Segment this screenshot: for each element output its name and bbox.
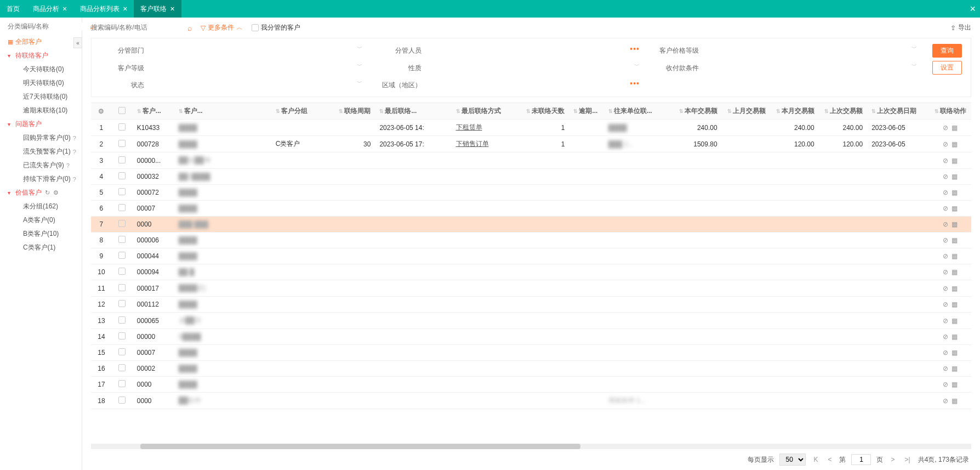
qr-icon[interactable]: ▦ [951,220,958,228]
contact-icon[interactable]: ⊘ [943,333,948,341]
page-input[interactable] [851,454,871,465]
tab[interactable]: 商品分析列表× [73,0,134,18]
table-row[interactable]: 1600002████⊘▦ [91,361,971,377]
contact-icon[interactable]: ⊘ [943,220,948,228]
table-row[interactable]: 13000065乡██诗⊘▦ [91,313,971,329]
contact-icon[interactable]: ⊘ [943,317,948,325]
column-header[interactable]: ⇅上月交易额 [722,103,771,120]
help-icon[interactable]: ? [73,135,76,141]
close-icon[interactable]: × [170,5,174,13]
row-checkbox[interactable] [118,252,126,259]
row-checkbox[interactable] [118,268,126,275]
table-row[interactable]: 10000094██ █⊘▦ [91,264,971,280]
contact-icon[interactable]: ⊘ [943,157,948,165]
tab[interactable]: 首页 [0,0,26,18]
filter-person[interactable]: ••• [428,44,642,56]
filter-nature[interactable]: ﹀ [428,62,642,74]
contact-icon[interactable]: ⊘ [943,140,948,148]
contact-icon[interactable]: ⊘ [943,124,948,132]
row-checkbox[interactable] [118,348,126,355]
row-checkbox[interactable] [118,284,126,291]
last-page-button[interactable]: >| [903,456,913,463]
close-icon[interactable]: × [123,5,127,13]
column-header[interactable]: ⇅最后联络方式 [452,103,514,120]
contact-icon[interactable]: ⊘ [943,205,948,212]
column-header[interactable]: ⇅未联络天数 [514,103,569,120]
tree-category[interactable]: ▾价值客户↻⚙ [0,186,82,200]
row-checkbox[interactable] [118,380,126,387]
table-row[interactable]: 4000032██2████⊘▦ [91,169,971,185]
tree-item[interactable]: 回购异常客户(0)? [0,131,82,145]
tree-category[interactable]: ▾问题客户 [0,117,82,131]
filter-status[interactable]: ﹀ [151,79,364,91]
contact-icon[interactable]: ⊘ [943,252,948,260]
filter-price-level[interactable]: ﹀ [705,44,919,56]
qr-icon[interactable]: ▦ [951,205,958,212]
tree-category[interactable]: ▾待联络客户 [0,49,82,63]
column-header[interactable]: ⇅逾期... [569,103,603,120]
qr-icon[interactable]: ▦ [951,236,958,244]
close-icon[interactable]: × [62,5,67,13]
contact-icon[interactable]: ⊘ [943,349,948,356]
table-row[interactable]: 5000072████⊘▦ [91,185,971,201]
filter-cust-level[interactable]: ﹀ [151,62,364,74]
qr-icon[interactable]: ▦ [951,301,958,308]
qr-icon[interactable]: ▦ [951,189,958,196]
table-row[interactable]: 70000███ ███⊘▦ [91,217,971,233]
gear-icon[interactable]: ⚙ [98,107,104,115]
column-header[interactable]: ⇅客户... [133,103,174,120]
collapse-sidebar-button[interactable]: « [73,37,82,48]
column-header[interactable]: ⇅本年交易额 [666,103,721,120]
qr-icon[interactable]: ▦ [951,157,958,165]
table-container[interactable]: ⚙⇅客户...⇅客户...⇅客户分组⇅联络周期⇅最后联络...⇅最后联络方式⇅未… [91,103,971,444]
row-checkbox[interactable] [118,397,126,404]
contact-icon[interactable]: ⊘ [943,285,948,292]
row-checkbox[interactable] [118,140,126,147]
qr-icon[interactable]: ▦ [951,173,958,180]
row-checkbox[interactable] [118,123,126,131]
close-all-icon[interactable]: × [970,3,976,15]
tab[interactable]: 商品分析× [26,0,73,18]
prev-page-button[interactable]: < [825,456,834,463]
help-icon[interactable]: ? [73,149,76,155]
sidebar-search-input[interactable] [8,22,90,30]
first-page-button[interactable]: K [811,456,820,463]
tree-item[interactable]: 明天待联络(0) [0,76,82,90]
row-checkbox[interactable] [118,300,126,307]
tree-item[interactable]: 未分组(162) [0,200,82,213]
qr-icon[interactable]: ▦ [951,268,958,276]
row-checkbox[interactable] [118,332,126,339]
table-row[interactable]: 170000████⊘▦ [91,377,971,393]
tree-item[interactable]: B类客户(10) [0,227,82,241]
column-header[interactable]: ⇅联络周期 [327,103,375,120]
contact-icon[interactable]: ⊘ [943,173,948,180]
tree-item[interactable]: A类客户(0) [0,213,82,227]
horizontal-scrollbar[interactable] [91,444,971,449]
contact-icon[interactable]: ⊘ [943,189,948,196]
contact-icon[interactable]: ⊘ [943,301,948,308]
last-method-link[interactable]: 下销售订单 [456,140,489,148]
table-row[interactable]: 9000044████⊘▦ [91,248,971,264]
column-header[interactable]: ⇅客户分组 [271,103,327,120]
table-row[interactable]: 180000██软件用友软件 1...⊘▦ [91,393,971,409]
settings-button[interactable]: 设置 [932,61,962,75]
table-row[interactable]: 600007████⊘▦ [91,201,971,217]
column-header[interactable]: ⇅往来单位联... [604,103,666,120]
table-row[interactable]: 1K10433████2023-06-05 14:下租赁单1████240.00… [91,120,971,136]
tree-item[interactable]: 已流失客户(9)? [0,158,82,172]
filter-pay-terms[interactable]: ﹀ [705,62,919,74]
row-checkbox[interactable] [118,316,126,324]
row-checkbox[interactable] [118,220,126,227]
refresh-icon[interactable]: ↻ [45,189,50,196]
export-button[interactable]: ⇪ 导出 [950,23,971,32]
tree-item[interactable]: C类客户(1) [0,241,82,254]
table-row[interactable]: 2000728████C类客户302023-06-05 17:下销售订单1███… [91,136,971,152]
qr-icon[interactable]: ▦ [951,381,958,388]
qr-icon[interactable]: ▦ [951,349,958,356]
more-filter-toggle[interactable]: ▽ 更多条件 ︿ [201,23,243,32]
filter-dept[interactable]: ﹀ [151,44,364,56]
tree-root[interactable]: ▦全部客户 [0,35,82,49]
table-row[interactable]: 300000...██生██坤⊘▦ [91,152,971,169]
qr-icon[interactable]: ▦ [951,140,958,148]
gear-icon[interactable]: ⚙ [53,189,59,196]
